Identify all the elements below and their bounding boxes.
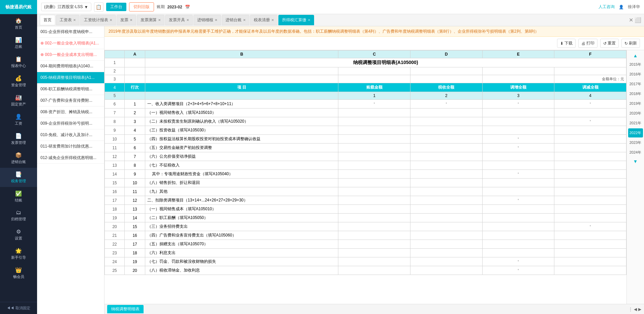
cell-c3[interactable] bbox=[482, 187, 554, 196]
left-item-10[interactable]: 011-研发费用加计扣除优惠... bbox=[37, 141, 104, 152]
year-scroll-up[interactable]: ▲ bbox=[632, 52, 640, 60]
cell-c2[interactable] bbox=[410, 135, 483, 144]
cell-item[interactable]: （四）广告费和业务宣传费支出（填写A105060） bbox=[145, 231, 338, 240]
cell-c3[interactable] bbox=[482, 179, 554, 187]
left-item-5[interactable]: 006-职工薪酬纳税调整明细... bbox=[37, 84, 104, 95]
cell-c3[interactable]: * bbox=[482, 170, 554, 179]
cell-hang[interactable]: 9 bbox=[125, 170, 145, 179]
sidebar-item-fixed-assets[interactable]: 🏭 固定资产 bbox=[0, 91, 37, 110]
tab-verify-close[interactable]: ✕ bbox=[215, 18, 217, 22]
copy-icon-button[interactable]: 📋 bbox=[94, 2, 103, 12]
cell-c2[interactable] bbox=[410, 266, 483, 275]
unpin-button[interactable]: ◀◀ 取消固定 bbox=[0, 302, 37, 314]
cell-c3[interactable]: * bbox=[482, 196, 554, 205]
bottom-tab-item[interactable]: 纳税调整明细表 bbox=[107, 305, 144, 313]
cell-c2[interactable] bbox=[410, 222, 483, 231]
cell-item[interactable]: 一、收入类调整项目（2+3+4+5+6+7+8+10+11） bbox=[145, 100, 338, 108]
cell-c2[interactable] bbox=[410, 240, 483, 249]
tab-invoice-close[interactable]: ✕ bbox=[130, 18, 132, 22]
cell-c1[interactable] bbox=[338, 135, 410, 144]
cell-hang[interactable]: 4 bbox=[125, 126, 145, 135]
cell-c2[interactable] bbox=[410, 117, 483, 126]
cell-hang[interactable]: 19 bbox=[125, 257, 145, 266]
cell-hang[interactable]: 10 bbox=[125, 179, 145, 187]
tab-ledger-close[interactable]: ✕ bbox=[243, 18, 246, 22]
cell-c2[interactable] bbox=[410, 205, 483, 214]
left-item-1[interactable]: 002-一般企业收入明细表(A1... bbox=[37, 38, 104, 49]
refresh-button[interactable]: ↻ 刷新 bbox=[621, 39, 640, 48]
cell-c3[interactable] bbox=[482, 205, 554, 214]
sidebar-item-vip[interactable]: 👑 畅会员 bbox=[0, 263, 37, 283]
cell-c4[interactable]: * bbox=[554, 222, 626, 231]
cell-c4[interactable] bbox=[554, 144, 626, 152]
cell-hang[interactable]: 13 bbox=[125, 205, 145, 214]
cell-c3[interactable] bbox=[482, 152, 554, 161]
cell-item[interactable]: （三）投资收益（填写A105030） bbox=[145, 126, 338, 135]
cell-c4[interactable] bbox=[554, 266, 626, 275]
cell-c2[interactable] bbox=[410, 170, 483, 179]
left-item-6[interactable]: 007-广告费和业务宣传费附... bbox=[37, 95, 104, 106]
old-version-button[interactable]: 切到旧版 bbox=[129, 2, 154, 11]
cell-c1[interactable] bbox=[338, 117, 410, 126]
cell-3e[interactable] bbox=[482, 75, 554, 83]
cell-item[interactable]: （五）捐赠支出（填写A105070） bbox=[145, 240, 338, 249]
left-item-4[interactable]: 005-纳税调整项目明细表(A1... bbox=[37, 72, 104, 84]
cell-c3[interactable]: * bbox=[482, 100, 554, 108]
cell-item[interactable]: （四）按权益法核算长期股权投资对初始投资成本调整确认收益 bbox=[145, 135, 338, 144]
year-item-2018[interactable]: 2018年 bbox=[628, 89, 643, 98]
cell-c1[interactable] bbox=[338, 187, 410, 196]
cell-c3[interactable] bbox=[482, 214, 554, 222]
tab-payroll[interactable]: 工资表 ✕ bbox=[56, 15, 80, 25]
cell-c4[interactable] bbox=[554, 126, 626, 135]
cell-c3[interactable] bbox=[482, 161, 554, 170]
cell-c4[interactable] bbox=[554, 135, 626, 144]
cell-item[interactable]: （九）其他 bbox=[145, 187, 338, 196]
cell-3d[interactable] bbox=[410, 75, 483, 83]
year-item-2020[interactable]: 2020年 bbox=[628, 109, 643, 118]
cell-c3[interactable] bbox=[482, 117, 554, 126]
cell-c4[interactable] bbox=[554, 214, 626, 222]
left-item-9[interactable]: 010-免税、减计收入及加计... bbox=[37, 129, 104, 141]
cell-hang[interactable]: 12 bbox=[125, 196, 145, 205]
cell-hang[interactable]: 18 bbox=[125, 249, 145, 257]
cell-c1[interactable] bbox=[338, 152, 410, 161]
cell-3c[interactable] bbox=[338, 75, 410, 83]
year-item-2024[interactable]: 2024年 bbox=[628, 148, 643, 157]
cell-c2[interactable] bbox=[410, 179, 483, 187]
cell-c1[interactable] bbox=[338, 222, 410, 231]
sidebar-item-payroll[interactable]: 👤 工资 bbox=[0, 110, 37, 129]
year-item-2015[interactable]: 2015年 bbox=[628, 60, 643, 69]
cell-c4[interactable]: * bbox=[554, 117, 626, 126]
tab-payroll-stats-close[interactable]: ✕ bbox=[110, 18, 112, 22]
cell-c3[interactable] bbox=[482, 231, 554, 240]
cell-2a[interactable] bbox=[125, 67, 145, 75]
scroll-right-arrow[interactable]: ▶ bbox=[638, 307, 641, 312]
year-item-2016[interactable]: 2016年 bbox=[628, 70, 643, 79]
cell-c3[interactable] bbox=[482, 249, 554, 257]
cell-2c[interactable] bbox=[338, 67, 410, 75]
cell-c1[interactable] bbox=[338, 240, 410, 249]
cell-c1[interactable] bbox=[338, 196, 410, 205]
tab-invoice-issue[interactable]: 发票开具 ✕ bbox=[165, 15, 193, 25]
left-item-11[interactable]: 012-减免企业所得税优惠明细... bbox=[37, 152, 104, 164]
tab-invoice-calc-close[interactable]: ✕ bbox=[158, 18, 161, 22]
tab-payroll-close[interactable]: ✕ bbox=[73, 18, 76, 22]
cell-hang[interactable]: 1 bbox=[125, 100, 145, 108]
cell-item[interactable]: 其中：专项用途财政性资金（填写A105040） bbox=[145, 170, 338, 179]
cell-c4[interactable]: * bbox=[554, 100, 626, 108]
company-selector[interactable]: (勿删）江西股室-LSS ▼ bbox=[41, 3, 91, 11]
tab-home[interactable]: 首页 bbox=[40, 15, 55, 25]
cell-c2[interactable] bbox=[410, 187, 483, 196]
cell-c2[interactable] bbox=[410, 152, 483, 161]
cell-c3[interactable]: * bbox=[482, 144, 554, 152]
cell-c2[interactable] bbox=[410, 161, 483, 170]
cell-c2[interactable]: * bbox=[410, 100, 483, 108]
cell-item[interactable]: （五）交易性金融资产初始投资调整 bbox=[145, 144, 338, 152]
cell-item[interactable]: （二）未按权责发生制原则确认的收入（填写A105020） bbox=[145, 117, 338, 126]
cell-item[interactable]: （一）视同销售收入（填写A105010） bbox=[145, 108, 338, 117]
cell-c2[interactable] bbox=[410, 108, 483, 117]
cell-c1[interactable] bbox=[338, 249, 410, 257]
cell-c4[interactable] bbox=[554, 179, 626, 187]
cell-hang[interactable]: 8 bbox=[125, 161, 145, 170]
cell-item[interactable]: （八）销售折扣、折让和退回 bbox=[145, 179, 338, 187]
